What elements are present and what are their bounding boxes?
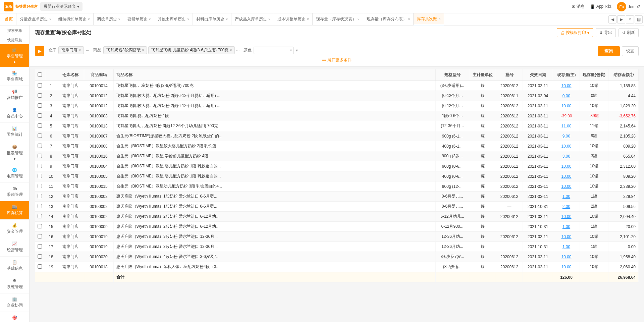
goods-tag-1-close[interactable]: × [230, 48, 232, 52]
filter-expand-arrow[interactable]: ▶ [35, 46, 44, 56]
sidebar-item-retail[interactable]: 🛒 零售管理 ▲ [0, 44, 29, 67]
row-checkbox-15[interactable] [35, 232, 45, 242]
tab-close-all-btn[interactable]: × [626, 15, 634, 23]
tab-8-close[interactable]: × [307, 17, 309, 21]
tab-next-btn[interactable]: ▶ [617, 15, 625, 23]
row-stock-main-4[interactable]: 11.00 [553, 121, 580, 131]
row-checkbox-0[interactable] [35, 81, 45, 91]
warehouse-tag-0[interactable]: 南岸门店 × [58, 46, 84, 54]
sidebar-item-purchase[interactable]: 🛍 采购管理 [0, 183, 29, 201]
row-checkbox-11[interactable] [35, 192, 45, 202]
row-checkbox-7[interactable] [35, 151, 45, 161]
row-checkbox-5[interactable] [35, 131, 45, 141]
row-stock-main-7[interactable]: 3.00 [553, 151, 580, 161]
row-checkbox-9[interactable] [35, 171, 45, 181]
sidebar-item-wholesale[interactable]: 📦 批发管理 ▼ [0, 141, 29, 164]
tab-4[interactable]: 要货单历史 × [124, 13, 155, 25]
sidebar-item-basic[interactable]: 📋 基础信息 [0, 257, 29, 275]
tab-7[interactable]: 产成品入库单历史 × [231, 13, 274, 25]
tab-10[interactable]: 现存量（库存分布表） × [363, 13, 414, 25]
export-btn[interactable]: ⬇ 导出 [596, 28, 616, 37]
row-stock-main-9[interactable]: 10.00 [553, 171, 580, 181]
sidebar-item-ecommerce[interactable]: 🌐 电商管理 [0, 164, 29, 183]
row-checkbox-3[interactable] [35, 111, 45, 121]
row-stock-main-17[interactable]: 10.00 [553, 252, 580, 262]
industry-selector[interactable]: 母婴行业演示账套 ▾ [40, 2, 83, 11]
sidebar-item-member[interactable]: 👤 会员中心 [0, 104, 29, 123]
color-select[interactable] [254, 47, 294, 54]
sidebar-item-enterprise[interactable]: 🏢 企业协同 [0, 293, 29, 312]
sidebar-item-finance[interactable]: 💰 资金管理 [0, 220, 29, 238]
sidebar-item-shop[interactable]: 🏪 零售商城 [0, 67, 29, 86]
sidebar-search[interactable]: 搜索英单 [0, 25, 29, 36]
print-btn[interactable]: 🖨 按模板打印 ▾ [557, 28, 593, 37]
sidebar-item-stats[interactable]: 📊 零售统计 [0, 123, 29, 141]
row-stock-main-10[interactable]: 10.00 [553, 181, 580, 192]
tab-5-close[interactable]: × [187, 17, 189, 21]
row-checkbox-16[interactable] [35, 242, 45, 252]
row-stock-main-13[interactable]: 10.00 [553, 212, 580, 222]
tab-3[interactable]: 调拨单历史 × [94, 13, 124, 25]
row-stock-main-1[interactable]: 0.00 [553, 91, 580, 101]
goods-tag-0-close[interactable]: × [142, 48, 144, 52]
tab-1-close[interactable]: × [49, 17, 51, 21]
tab-8[interactable]: 成本调整单历史 × [274, 13, 313, 25]
tab-6[interactable]: 材料出库单历史 × [193, 13, 231, 25]
row-checkbox-14[interactable] [35, 222, 45, 232]
sidebar-item-marketing[interactable]: 📢 营销推广 [0, 86, 29, 104]
sidebar-item-inventory[interactable]: 🏬 库存核算 [0, 201, 29, 220]
tab-3-close[interactable]: × [118, 17, 120, 21]
row-stock-main-15[interactable]: 10.00 [553, 232, 580, 242]
goods-tag-1[interactable]: 飞鹤星飞帆 儿童奶粉 4段(3-6岁适用) 700克 × [148, 46, 235, 54]
tab-6-close[interactable]: × [226, 17, 228, 21]
message-btn[interactable]: ✉ 消息 [572, 4, 585, 9]
row-checkbox-8[interactable] [35, 161, 45, 171]
row-stock-main-2[interactable]: 10.00 [553, 101, 580, 111]
sidebar-item-guide[interactable]: 🎯 新手引导 [0, 312, 29, 322]
tab-home[interactable]: 首页 [1, 13, 16, 25]
row-stock-main-8[interactable]: 10.00 [553, 161, 580, 171]
goods-more-dots[interactable]: ··· [236, 48, 239, 53]
tab-2[interactable]: 组装拆卸单历史 × [55, 13, 94, 25]
sidebar-item-operations[interactable]: 📈 经营管理 [0, 238, 29, 257]
row-checkbox-1[interactable] [35, 91, 45, 101]
tab-prev-btn[interactable]: ◀ [608, 15, 616, 23]
row-stock-main-18[interactable]: 10.00 [553, 262, 580, 272]
tab-9-close[interactable]: × [358, 17, 360, 21]
tab-5[interactable]: 其他出库单历史 × [154, 13, 193, 25]
warehouse-more-dots[interactable]: ··· [86, 48, 89, 53]
tab-menu-btn[interactable]: ▤ [635, 15, 643, 23]
app-download-btn[interactable]: 📱 App下载 [590, 4, 611, 9]
row-checkbox-17[interactable] [35, 252, 45, 262]
row-stock-main-16[interactable]: 1.00 [553, 242, 580, 252]
tab-2-close[interactable]: × [88, 17, 90, 21]
row-stock-main-6[interactable]: 10.00 [553, 141, 580, 151]
tab-11-close[interactable]: × [438, 17, 440, 21]
warehouse-tag-0-close[interactable]: × [79, 48, 81, 52]
tab-11[interactable]: 库存批次账 × [414, 13, 444, 25]
tab-1[interactable]: 分量盘点单历史 × [16, 13, 55, 25]
expand-more-btn[interactable]: ▾▾ 展开更多条件 [322, 57, 352, 63]
row-stock-main-12[interactable]: 2.00 [553, 202, 580, 212]
tab-4-close[interactable]: × [149, 17, 151, 21]
tab-10-close[interactable]: × [408, 17, 410, 21]
row-stock-main-5[interactable]: 9.00 [553, 131, 580, 141]
tab-9[interactable]: 现存量（库存状况表） × [313, 13, 363, 25]
user-area[interactable]: Ea demo2 [617, 2, 640, 11]
row-checkbox-18[interactable] [35, 262, 45, 272]
row-stock-main-11[interactable]: 1.00 [553, 192, 580, 202]
row-checkbox-13[interactable] [35, 212, 45, 222]
row-checkbox-6[interactable] [35, 141, 45, 151]
row-checkbox-10[interactable] [35, 181, 45, 192]
row-checkbox-2[interactable] [35, 101, 45, 111]
row-stock-main-14[interactable]: 1.00 [553, 222, 580, 232]
sidebar-item-system[interactable]: ⚙ 系统管理 [0, 275, 29, 293]
sidebar-quicknav[interactable]: 快捷导航 [0, 36, 29, 44]
tab-7-close[interactable]: × [268, 17, 270, 21]
row-checkbox-12[interactable] [35, 202, 45, 212]
search-btn[interactable]: 查询 [598, 46, 620, 56]
goods-tag-0[interactable]: 飞鹤奶粉3段丙搭装 × [103, 46, 147, 54]
row-stock-main-3[interactable]: -39.00 [553, 111, 580, 121]
row-stock-main-0[interactable]: 10.00 [553, 81, 580, 91]
filter-settings-btn[interactable]: 设置 [622, 46, 639, 56]
